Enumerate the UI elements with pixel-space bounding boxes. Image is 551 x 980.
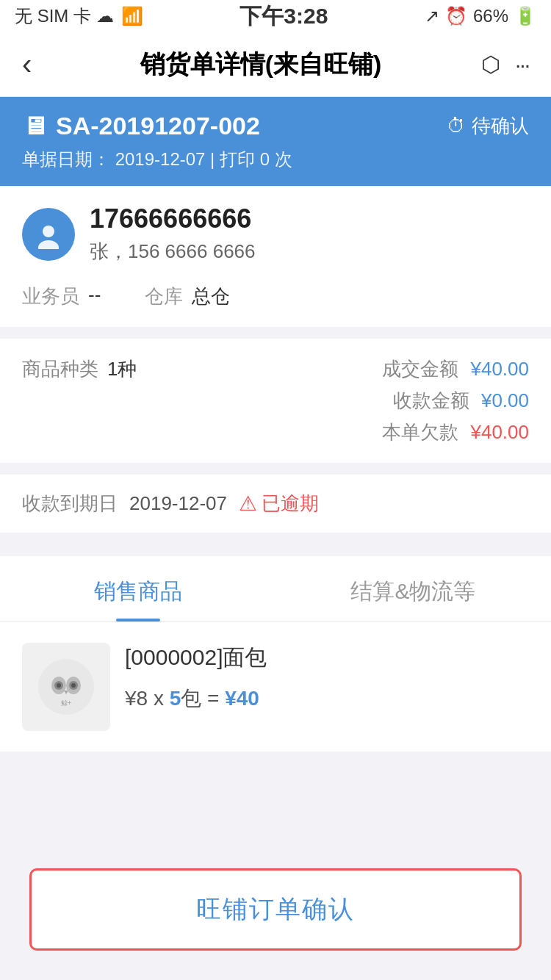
tab-settlement[interactable]: 结算&物流等	[276, 556, 551, 621]
amounts-section: 成交金额 ¥40.00 收款金额 ¥0.00 本单欠款 ¥40.00	[382, 356, 529, 445]
customer-meta: 业务员 -- 仓库 总仓	[22, 276, 529, 309]
time-display: 下午3:28	[240, 1, 328, 32]
nav-actions: ⬡ ···	[455, 51, 529, 77]
order-status: ⏱ 待确认	[447, 113, 529, 139]
product-type-value: 1种	[107, 356, 137, 382]
product-name: [0000002]面包	[125, 643, 529, 673]
product-list: 鲸+ [0000002]面包 ¥8 x 5包 = ¥40	[0, 622, 551, 752]
print-info: | 打印 0 次	[210, 149, 292, 169]
overdue-badge: ⚠ 已逾期	[239, 491, 319, 516]
total-value: ¥40	[225, 687, 259, 710]
unit-text: 包	[181, 687, 201, 710]
more-icon[interactable]: ···	[515, 52, 529, 77]
product-info: [0000002]面包 ¥8 x 5包 = ¥40	[125, 643, 529, 713]
status-right: ↗ ⏰ 66% 🔋	[425, 6, 536, 26]
received-value: ¥0.00	[481, 389, 529, 412]
staff-label: 业务员	[22, 284, 79, 309]
separator-3	[0, 533, 551, 544]
overdue-text: 已逾期	[262, 491, 319, 516]
product-price: ¥8 x 5包 = ¥40	[125, 685, 529, 713]
customer-name: 张，156 6666 6666	[90, 239, 256, 264]
price-formula: ¥8 x	[125, 687, 170, 710]
battery-icon: 🔋	[514, 6, 536, 26]
order-date: 单据日期： 2019-12-07 | 打印 0 次	[22, 148, 529, 171]
summary-card: 商品种类 1种 成交金额 ¥40.00 收款金额 ¥0.00 本单欠款 ¥40.…	[0, 339, 551, 463]
battery-label: 66%	[473, 6, 508, 26]
qty-value: 5	[170, 687, 181, 710]
order-id: 🖥 SA-20191207-002	[22, 112, 260, 140]
location-icon: ↗	[425, 6, 439, 26]
received-label: 收款金额	[393, 388, 469, 414]
alarm-icon: ⏰	[445, 6, 467, 26]
tab-products[interactable]: 销售商品	[0, 556, 276, 621]
owed-label: 本单欠款	[382, 419, 458, 445]
warehouse-value: 总仓	[192, 284, 230, 309]
status-left: 无 SIM 卡 ☁ 📶	[15, 4, 143, 28]
confirm-order-button[interactable]: 旺铺订单确认	[29, 868, 522, 951]
customer-phone: 17666666666	[90, 203, 256, 234]
product-type-label: 商品种类	[22, 356, 98, 382]
avatar	[22, 208, 75, 261]
separator-1	[0, 327, 551, 339]
equals-sign: =	[201, 687, 225, 710]
svg-point-7	[57, 683, 61, 688]
svg-point-0	[43, 226, 54, 237]
date-label: 单据日期：	[22, 149, 110, 169]
svg-point-1	[38, 240, 59, 249]
confirm-button-wrap: 旺铺订单确认	[0, 854, 551, 980]
order-id-text: SA-20191207-002	[56, 112, 260, 140]
staff-value: --	[88, 284, 101, 309]
due-date-card: 收款到期日 2019-12-07 ⚠ 已逾期	[0, 475, 551, 533]
owed-value: ¥40.00	[470, 421, 529, 444]
warning-icon: ⚠	[239, 491, 257, 516]
product-item: 鲸+ [0000002]面包 ¥8 x 5包 = ¥40	[0, 622, 551, 752]
order-icon: 🖥	[22, 112, 47, 140]
amount-label: 成交金额	[382, 356, 458, 382]
clock-icon: ⏱	[447, 115, 466, 137]
nav-bar: ‹ 销货单详情(来自旺铺) ⬡ ···	[0, 32, 551, 97]
order-header: 🖥 SA-20191207-002 ⏱ 待确认 单据日期： 2019-12-07…	[0, 97, 551, 186]
back-button[interactable]: ‹	[22, 48, 66, 81]
status-bar: 无 SIM 卡 ☁ 📶 下午3:28 ↗ ⏰ 66% 🔋	[0, 0, 551, 32]
wifi-icon: 📶	[121, 6, 143, 26]
product-thumbnail: 鲸+	[22, 643, 110, 731]
separator-2	[0, 463, 551, 475]
due-date-label: 收款到期日	[22, 491, 118, 516]
tab-products-label: 销售商品	[94, 579, 182, 603]
date-value: 2019-12-07	[115, 149, 206, 169]
share-icon[interactable]: ⬡	[481, 51, 500, 77]
customer-card: 17666666666 张，156 6666 6666 业务员 -- 仓库 总仓	[0, 186, 551, 327]
tabs: 销售商品 结算&物流等	[0, 556, 551, 622]
warehouse-label: 仓库	[145, 284, 183, 309]
status-text: 待确认	[472, 113, 529, 139]
product-type-section: 商品种类 1种	[22, 356, 137, 382]
svg-point-8	[71, 683, 76, 688]
tab-settlement-label: 结算&物流等	[350, 579, 475, 603]
amount-value: ¥40.00	[470, 358, 529, 381]
svg-text:鲸+: 鲸+	[61, 699, 71, 707]
page-title: 销货单详情(来自旺铺)	[66, 48, 455, 82]
due-date-value: 2019-12-07	[129, 492, 227, 515]
no-sim-label: 无 SIM 卡 ☁	[15, 4, 114, 28]
